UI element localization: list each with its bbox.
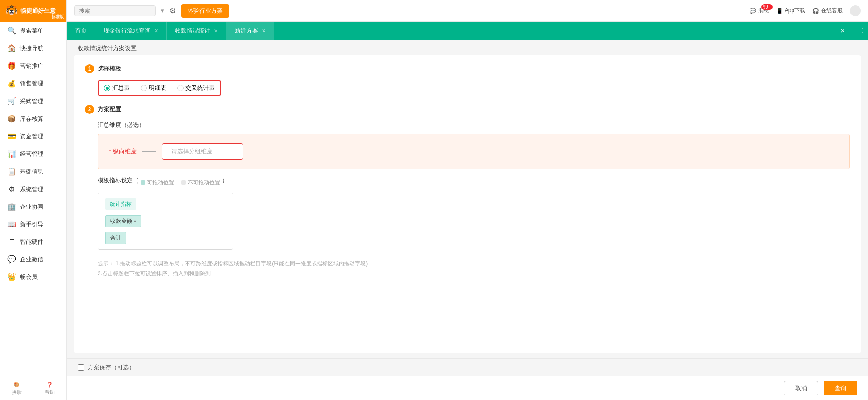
step1-number: 1	[85, 64, 94, 73]
sidebar-item-label: 搜索菜单	[20, 27, 43, 35]
metrics-label: 模板指标设定（	[98, 176, 139, 184]
sidebar-item-wechat[interactable]: 💬 企业微信	[0, 250, 66, 268]
radio-cross-label: 交叉统计表	[185, 84, 215, 92]
draggable-dot	[141, 180, 145, 185]
tab-receipt[interactable]: 收款情况统计 ✕	[167, 22, 226, 40]
help-button[interactable]: ❓ 帮助	[45, 382, 55, 395]
sidebar-item-nav[interactable]: 🏠 快捷导航	[0, 39, 66, 57]
step2-header: 2 方案配置	[85, 105, 850, 114]
sidebar-item-hardware[interactable]: 🖥 智能硬件	[0, 233, 66, 250]
user-avatar	[850, 5, 861, 16]
save-checkbox[interactable]	[78, 364, 84, 371]
fixed-dot	[181, 180, 186, 185]
settings-icon[interactable]: ⚙	[170, 6, 176, 15]
download-label: App下载	[785, 7, 805, 14]
tip-line1: 提示： 1.拖动标题栏可以调整布局，不可跨维度或指标区域拖动栏目字段(只能在同一…	[98, 259, 850, 269]
sidebar-item-label: 经营管理	[20, 150, 43, 158]
search-icon: 🔍	[7, 26, 16, 35]
sidebar-item-label: 新手引导	[20, 221, 43, 229]
sidebar-item-basic[interactable]: 📋 基础信息	[0, 163, 66, 180]
skin-button[interactable]: 🎨 换肤	[12, 382, 22, 395]
radio-cross[interactable]: 交叉统计表	[177, 84, 215, 92]
sidebar-item-guide[interactable]: 📖 新手引导	[0, 216, 66, 233]
header-right: 💬 消息 99+ 📱 App下载 🎧 在线客服	[750, 5, 861, 16]
radio-cross-circle	[177, 85, 184, 91]
radio-summary-circle	[104, 85, 110, 91]
sidebar-item-purchase[interactable]: 🛒 采购管理	[0, 92, 66, 110]
chart-icon: 📊	[7, 150, 16, 158]
skin-label: 换肤	[12, 389, 22, 395]
tab-home-label: 首页	[75, 27, 87, 35]
clipboard-icon: 📋	[7, 167, 16, 176]
tab-new-plan[interactable]: 新建方案 ✕	[226, 22, 274, 40]
dimension-label-text: 汇总维度（必选）	[98, 122, 145, 128]
metrics-label-close: ）	[222, 176, 228, 184]
sidebar-logo: 🐯 畅捷通好生意 标准版	[0, 0, 66, 22]
metric-total-label: 合计	[110, 234, 121, 242]
card-icon: 💳	[7, 132, 16, 141]
tab-bank-close[interactable]: ✕	[154, 28, 158, 34]
dimension-arrow-icon: ——	[142, 147, 156, 155]
industry-button[interactable]: 体验行业方案	[181, 4, 229, 18]
sidebar-item-label: 资金管理	[20, 132, 43, 141]
legend-fixed: 不可拖动位置	[181, 179, 220, 187]
tip-line2: 2.点击标题栏下拉可设置排序、插入列和删除列	[98, 269, 850, 279]
top-header: ▾ ⚙ 体验行业方案 💬 消息 99+ 📱 App下载 🎧 在线客服	[67, 0, 868, 22]
tab-close-all-button[interactable]: ✕	[835, 22, 851, 40]
sidebar-item-system[interactable]: ⚙ 系统管理	[0, 180, 66, 198]
page-footer: 方案保存（可选）	[67, 358, 868, 376]
logo-icon: 🐯	[5, 5, 18, 17]
sidebar-item-sales[interactable]: 💰 销售管理	[0, 75, 66, 92]
notification-badge: 99+	[761, 4, 773, 10]
book-icon: 📖	[7, 220, 16, 229]
gift-icon: 🎁	[7, 61, 16, 70]
sidebar-item-finance[interactable]: 💳 资金管理	[0, 127, 66, 145]
step2-body: 汇总维度（必选） * 纵向维度 —— 请选择分组维度 模板指标设定（	[98, 121, 850, 278]
step2-number: 2	[85, 105, 94, 114]
dimension-select[interactable]: 请选择分组维度	[162, 143, 243, 160]
service-label: 在线客服	[821, 7, 843, 14]
tab-new-plan-label: 新建方案	[235, 27, 258, 35]
sidebar-item-operations[interactable]: 📊 经营管理	[0, 145, 66, 163]
content-area: 收款情况统计方案设置 1 选择模板 汇总表 明细表	[67, 40, 868, 400]
radio-summary[interactable]: 汇总表	[104, 84, 130, 92]
gear-sidebar-icon: ⚙	[7, 185, 16, 193]
cart-icon: 🛒	[7, 97, 16, 105]
query-button[interactable]: 查询	[824, 381, 857, 395]
sidebar-item-inventory[interactable]: 📦 库存核算	[0, 110, 66, 127]
sidebar-item-label: 快捷导航	[20, 44, 43, 52]
help-label: 帮助	[45, 389, 55, 395]
tab-bar: 首页 现金银行流水查询 ✕ 收款情况统计 ✕ 新建方案 ✕ ✕ ⛶	[67, 22, 868, 40]
service-button[interactable]: 🎧 在线客服	[812, 7, 843, 14]
download-button[interactable]: 📱 App下载	[776, 7, 805, 14]
tab-fullscreen-button[interactable]: ⛶	[851, 22, 868, 40]
legend-draggable: 可拖动位置	[141, 179, 174, 187]
sidebar-item-enterprise[interactable]: 🏢 企业协同	[0, 198, 66, 216]
metric-chip-amount[interactable]: 收款金额 ▾	[105, 215, 141, 227]
sidebar-item-label: 企业微信	[20, 255, 43, 264]
draggable-label: 可拖动位置	[147, 179, 174, 187]
metric-chip-label: 收款金额	[110, 217, 132, 225]
tab-receipt-close[interactable]: ✕	[214, 28, 218, 34]
home-icon: 🏠	[7, 44, 16, 52]
service-icon: 🎧	[812, 8, 819, 14]
box-icon: 📦	[7, 114, 16, 123]
search-input[interactable]	[74, 5, 156, 16]
sidebar-item-marketing[interactable]: 🎁 营销推广	[0, 57, 66, 75]
radio-detail-circle	[141, 85, 147, 91]
dropdown-icon[interactable]: ▾	[161, 7, 164, 14]
radio-detail[interactable]: 明细表	[141, 84, 166, 92]
notification-button[interactable]: 💬 消息 99+	[750, 7, 769, 14]
tips-section: 提示： 1.拖动标题栏可以调整布局，不可跨维度或指标区域拖动栏目字段(只能在同一…	[98, 259, 850, 278]
tab-bank[interactable]: 现金银行流水查询 ✕	[95, 22, 167, 40]
tab-new-plan-close[interactable]: ✕	[262, 28, 266, 34]
tab-bank-label: 现金银行流水查询	[104, 27, 151, 35]
tab-home[interactable]: 首页	[67, 22, 95, 40]
message-icon: 💬	[750, 8, 756, 14]
cancel-button[interactable]: 取消	[784, 381, 818, 395]
dimension-label: 汇总维度（必选）	[98, 121, 850, 129]
sidebar-item-member[interactable]: 👑 畅会员	[0, 268, 66, 286]
sidebar-item-search[interactable]: 🔍 搜索菜单	[0, 22, 66, 39]
step1-title: 选择模板	[98, 65, 121, 73]
user-info[interactable]	[850, 5, 861, 16]
